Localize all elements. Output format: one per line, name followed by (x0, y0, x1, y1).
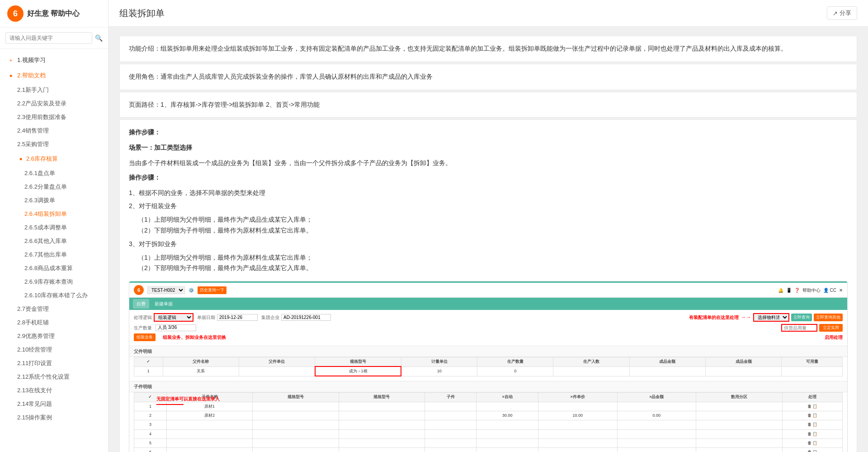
ops-label: 操作步骤： (129, 127, 848, 138)
sidebar-item-coupon[interactable]: 2.9优惠券管理 (0, 329, 108, 343)
inner-close-icon[interactable]: ✕ (839, 286, 843, 294)
cell-measure: 10 (401, 366, 477, 376)
inner-icon3: ❓ (794, 286, 800, 294)
inner-process-btn[interactable]: 立即查询其他 (814, 314, 843, 321)
sidebar-header: 6 好生意 帮助中心 (0, 0, 108, 28)
sidebar-item-capital[interactable]: 2.7资金管理 (0, 302, 108, 316)
inner-form: 处理逻辑 组装逻辑 拆卸逻辑 单据日期 集 (129, 310, 847, 346)
cell2-2: 2 (134, 411, 167, 420)
inner-id-input[interactable] (281, 314, 331, 321)
sidebar-item-newbie[interactable]: 2.1新手入门 (0, 83, 108, 97)
annotation-line5 (156, 404, 184, 405)
sidebar-item-online-pay[interactable]: 2.13在线支付 (0, 384, 108, 397)
annotation-area5: 无固定清单可以直接在这里录入 (156, 395, 220, 405)
inner-company-select[interactable]: TEST-H002 (147, 286, 185, 294)
sidebar-item-transfer[interactable]: 2.6.3调拨单 (7, 194, 108, 207)
screenshot-container: 6 TEST-H002 ⚙️ 历史查询一下 🔔 📱 ❓ 帮助中心 (129, 281, 848, 452)
sidebar-item-dataprep[interactable]: 2.3使用前数据准备 (0, 110, 108, 124)
sidebar-item-cost-adjust[interactable]: 2.6.5成本调整单 (7, 221, 108, 234)
sidebar-item-install[interactable]: 2.2产品安装及登录 (0, 97, 108, 110)
sidebar-item-cases[interactable]: 2.15操作案例 (0, 411, 108, 424)
inner-icon4: 帮助中心 (802, 286, 821, 294)
col-parent-name: 父件名称 (163, 357, 239, 366)
col2-amount: ×品金额 (617, 393, 696, 402)
sidebar-item-partial-stock[interactable]: 2.6.2分量盘点单 (7, 180, 108, 194)
minus-icon: ● (7, 72, 14, 79)
sidebar-item-faq[interactable]: 2.14常见问题 (0, 397, 108, 411)
col2-auto: ×自动 (476, 393, 538, 402)
inner-bom-select[interactable]: 选择物料清单 (753, 313, 789, 322)
nav-sub-list-helpdoc: 2.1新手入门 2.2产品安装及登录 2.3使用前数据准备 2.4销售管理 2.… (0, 83, 108, 424)
sidebar-item-account-err[interactable]: 2.6.10库存账本错了么办 (7, 289, 108, 302)
col-avail: 可用量 (782, 357, 843, 366)
col-prod-amt1: 成品金额 (629, 357, 705, 366)
annotation-text4: 启用处理 (825, 333, 843, 341)
sidebar-item-sales[interactable]: 2.4销售管理 (0, 124, 108, 138)
cell2-spec2b (339, 411, 425, 420)
annotation-text3: 组装业务、拆卸业务在这里切换 (163, 333, 226, 341)
search-input[interactable] (5, 32, 92, 44)
inner-qty-input[interactable] (156, 324, 196, 331)
table-row: 1 关系 成为→1根 10 0 (134, 366, 843, 376)
inner-tab-self[interactable]: 自费 (133, 299, 149, 309)
col2-child: 子件 (425, 393, 476, 402)
inner-id-field: 集团企业 (261, 314, 331, 321)
inner-logic-label: 处理逻辑 (134, 314, 152, 321)
col2-region: 数用分区 (696, 393, 782, 402)
sidebar-item-print[interactable]: 2.11打印设置 (0, 357, 108, 370)
cell2-reg1 (696, 402, 782, 411)
inner-table1-wrap: ✓ 父件名称 父件单位 规格型号 计量单位 生产数量 生产入数 成品金额 成品金… (129, 357, 847, 381)
cell-spec: 成为→1根 (315, 366, 401, 376)
cell-prod-amt1 (629, 366, 705, 376)
col2-process: 处理 (782, 393, 842, 402)
inner-query-btn[interactable]: 历史查询一下 (198, 286, 226, 294)
cell2-auto2: 30.00 (476, 411, 538, 420)
cell-prod-qty: 0 (477, 366, 553, 376)
sidebar-item-other-out[interactable]: 2.6.7其他出库单 (7, 248, 108, 262)
inner-confirm-btn[interactable]: 立即查询 (791, 314, 812, 321)
intro-card: 功能介绍：组装拆卸单用来处理企业组装或拆卸等加工业务，支持有固定装配清单的产品加… (119, 36, 857, 62)
sidebar-item-personalize[interactable]: 2.12系统个性化设置 (0, 370, 108, 384)
col-check: ✓ (134, 357, 163, 366)
inner-material-input[interactable] (781, 324, 817, 332)
plus-icon: ＋ (7, 57, 14, 64)
col-prod-in: 生产入数 (553, 357, 629, 366)
inner-table2: ✓ 子件名称 规格型号 规格型号 子件 ×自动 ×件单价 ×品金额 数用分区 (134, 392, 843, 452)
sidebar-item-video[interactable]: ＋ 1.视频学习 (0, 52, 108, 68)
cell2-auto1 (476, 402, 538, 411)
search-icon[interactable]: 🔍 (95, 34, 103, 42)
inner-sub-header1: 父件明细 (129, 346, 847, 357)
sidebar-item-helpdoc[interactable]: ● 2.帮助文档 (0, 68, 108, 83)
cell2-reg2 (696, 411, 782, 420)
col-parent-unit: 父件单位 (239, 357, 315, 366)
inner-table2-wrap: 无固定清单可以直接在这里录入 ✓ 子件名称 规格型号 规格型号 子件 (129, 392, 847, 452)
inner-tab-new[interactable]: 新建单据 (151, 299, 176, 309)
cell2-spec1a (253, 402, 339, 411)
sidebar-item-mobile[interactable]: 2.8手机旺辅 (0, 316, 108, 329)
inner-logic-field: 处理逻辑 组装逻辑 拆卸逻辑 (134, 313, 193, 322)
share-button[interactable]: ↗ 分享 (827, 6, 857, 20)
cell2-proc1: 🗑 📋 (782, 402, 842, 411)
inner-sub-header2: 子件明细 (129, 381, 847, 392)
inner-date-label: 单据日期 (197, 314, 215, 321)
sidebar-item-other-in[interactable]: 2.6.6其他入库单 (7, 234, 108, 248)
path-card: 页面路径：1、库存核算->库存管理->组装拆卸单 2、首页->常用功能 (119, 92, 857, 118)
sidebar-item-purchase[interactable]: 2.5采购管理 (0, 138, 108, 151)
sidebar-item-inventory[interactable]: ● 2.6库存核算 (0, 151, 108, 167)
inner-app-header: 6 TEST-H002 ⚙️ 历史查询一下 🔔 📱 ❓ 帮助中心 (129, 283, 847, 298)
sidebar-item-goods-cost[interactable]: 2.6.8商品成本重算 (7, 262, 108, 275)
path-text: 页面路径：1、库存核算->库存管理->组装拆卸单 2、首页->常用功能 (129, 101, 320, 108)
col2-spec1: 规格型号 (253, 393, 339, 402)
inner-logic-select[interactable]: 组装逻辑 拆卸逻辑 (154, 313, 193, 322)
step3: 3、对于拆卸业务 (129, 239, 848, 250)
col-spec: 规格型号 (315, 357, 401, 366)
sidebar-item-stock-check[interactable]: 2.6.9库存账本查询 (7, 275, 108, 289)
sidebar-item-operations[interactable]: 2.10经营管理 (0, 343, 108, 357)
cell-prod-amt2 (706, 366, 782, 376)
sidebar-item-assembly[interactable]: 2.6.4组装拆卸单 (7, 207, 108, 221)
sidebar-item-stocktake[interactable]: 2.6.1盘点单 (7, 167, 108, 180)
col2-unit-price: ×件单价 (538, 393, 617, 402)
inner-apply-btn[interactable]: 立定实用 (819, 324, 843, 332)
inner-date-input[interactable] (217, 314, 258, 321)
nav-list: ＋ 1.视频学习 ● 2.帮助文档 2.1新手入门 2.2产品安装及登录 2.3… (0, 49, 108, 452)
